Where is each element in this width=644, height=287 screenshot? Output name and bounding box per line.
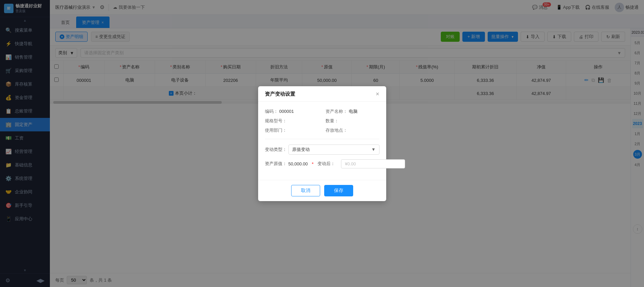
- modal-header: 资产变动设置 ×: [258, 86, 386, 102]
- change-type-chevron-icon: ▼: [371, 147, 376, 152]
- modal-code-item: 编码： 000001: [265, 108, 319, 115]
- modal-code-value: 000001: [279, 109, 294, 114]
- modal-divider: [265, 139, 379, 139]
- change-type-select[interactable]: 原值变动 ▼: [288, 145, 379, 155]
- cancel-button[interactable]: 取消: [291, 185, 320, 196]
- modal-quantity-label: 数量：: [326, 118, 339, 124]
- modal-code-label: 编码：: [265, 108, 278, 115]
- modal-info-grid: 编码： 000001 资产名称： 电脑 规格型号： 数量： 使用部门：: [265, 108, 379, 133]
- change-type-row: 变动类型： 原值变动 ▼: [265, 145, 379, 155]
- original-value-label: 资产原值：: [265, 161, 288, 167]
- modal-body: 编码： 000001 资产名称： 电脑 规格型号： 数量： 使用部门：: [258, 102, 386, 180]
- modal-name-item: 资产名称： 电脑: [326, 108, 379, 115]
- modal-location-label: 存放地点：: [326, 127, 347, 133]
- modal-quantity-item: 数量：: [326, 118, 379, 124]
- original-value: 50,000.00: [288, 161, 308, 166]
- modal-footer: 取消 保存: [258, 180, 386, 201]
- modal-name-value: 电脑: [349, 108, 358, 115]
- required-star: *: [312, 161, 313, 166]
- modal-spec-item: 规格型号：: [265, 118, 319, 124]
- modal-spec-label: 规格型号：: [265, 118, 287, 124]
- modal-title: 资产变动设置: [265, 91, 295, 97]
- change-type-value: 原值变动: [292, 147, 310, 153]
- modal-close-button[interactable]: ×: [376, 91, 379, 97]
- modal-location-item: 存放地点：: [326, 127, 379, 133]
- modal-overlay: 资产变动设置 × 编码： 000001 资产名称： 电脑 规格型号： 数: [0, 0, 644, 287]
- value-row: 资产原值： 50,000.00 * 变动后：: [265, 159, 379, 168]
- modal-department-item: 使用部门：: [265, 127, 319, 133]
- asset-change-modal: 资产变动设置 × 编码： 000001 资产名称： 电脑 规格型号： 数: [258, 86, 386, 201]
- change-type-label: 变动类型：: [265, 147, 288, 153]
- save-button[interactable]: 保存: [324, 185, 353, 196]
- modal-name-label: 资产名称：: [326, 108, 347, 115]
- after-label: 变动后：: [317, 161, 341, 167]
- after-value-input[interactable]: [341, 159, 405, 168]
- modal-department-label: 使用部门：: [265, 127, 287, 133]
